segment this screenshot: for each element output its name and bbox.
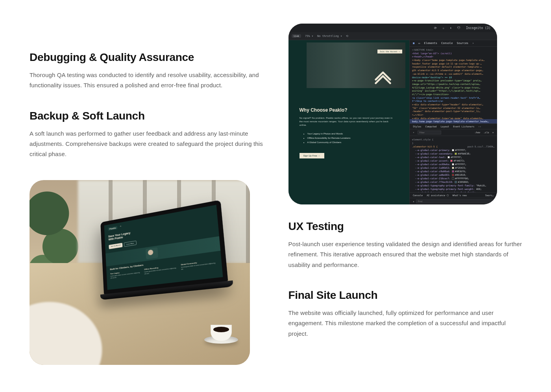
cls-toggle: .cls	[483, 131, 489, 134]
download-icon: ⬇	[450, 26, 452, 30]
tab-elements: Elements	[424, 42, 437, 45]
peaklo-logo-icon	[374, 66, 392, 84]
subtab-styles: Styles	[413, 125, 422, 128]
image-laptop-mockup: Peaklo⌃ Save Your Legacy With Peaklo Joi…	[30, 180, 250, 365]
page-li-1: Your Legacy in Photos and Words	[307, 132, 409, 136]
subtab-listeners: Event Listeners	[453, 125, 474, 128]
star-icon: ☆	[442, 26, 444, 30]
page-signup-button: Sign Up Free →	[300, 153, 324, 158]
find-input	[416, 199, 494, 203]
page-heading: Why Choose Peaklo?	[300, 108, 409, 112]
hov-toggle: :hov	[475, 131, 480, 134]
subtab-computed: Computed	[425, 125, 437, 128]
page-li-3: A Global Community of Climbers	[307, 140, 409, 145]
subtab-more: ››	[478, 125, 481, 128]
add-rule-icon: +	[492, 131, 494, 134]
drawer-console: Console	[413, 194, 423, 197]
heading-debugging-qa: Debugging & Quality Assurance	[30, 51, 265, 64]
incognito-label: Incognito (3)	[466, 26, 491, 30]
tab-console: Console	[441, 42, 453, 45]
styles-filter-input	[418, 131, 441, 134]
dom-tree: <!DOCTYPE html> <html lang="en-US"> (scr…	[410, 47, 497, 119]
viewport-width: 1144	[292, 34, 301, 38]
mock-brand: Peaklo	[108, 226, 118, 231]
paragraph-final-launch: The website was officially launched, ful…	[288, 308, 524, 339]
dom-breadcrumb: body.home.page-template.page-template-el…	[410, 119, 497, 123]
throttle-select: No throttling ▾	[317, 35, 342, 38]
mock-btn-primary: Join the Ascent	[109, 243, 122, 249]
styles-pane: element.style { } .elementor-kit-5 { pos…	[410, 136, 497, 192]
heading-backup-soft-launch: Backup & Soft Launch	[30, 110, 265, 122]
paragraph-debugging-qa: Thorough QA testing was conducted to ide…	[30, 70, 265, 91]
filter-funnel-icon: ▿	[413, 131, 414, 134]
tab-more: ›	[472, 42, 474, 45]
drawer-search: Searc…	[485, 194, 494, 197]
mock-btn-ghost: Learn More	[124, 241, 137, 247]
paragraph-backup-soft-launch: A soft launch was performed to gather us…	[30, 129, 265, 160]
inspect-icon: ▣	[413, 42, 414, 45]
page-cta-button: Join the Ascent →	[377, 50, 402, 53]
device-icon: ▭	[418, 42, 420, 45]
subtab-layout: Layout	[440, 125, 449, 128]
image-devtools-screenshot: ⟳ ☆ ⬇ 🛡 Incognito (3) 1144 75% ▾ No thro…	[288, 24, 497, 204]
heading-ux-testing: UX Testing	[288, 220, 524, 233]
drawer-whatsnew: What's new	[453, 194, 467, 197]
incognito-icon: 🛡	[457, 26, 460, 30]
tab-sources: Sources	[457, 42, 469, 45]
reload-icon: ⟳	[434, 26, 437, 30]
page-subtext: No signal? No problem. Peaklo works offl…	[300, 116, 394, 127]
zoom-level: 75% ▾	[305, 35, 313, 38]
paragraph-ux-testing: Post-launch user experience testing vali…	[288, 239, 524, 270]
page-li-2: Offline Accessibility for Remote Locatio…	[307, 136, 409, 140]
heading-final-launch: Final Site Launch	[288, 289, 524, 302]
drawer-ai: AI assistance ⬡	[427, 194, 449, 197]
device-rotate-icon: ⟲	[346, 35, 348, 38]
search-icon: ⌕	[413, 200, 414, 203]
